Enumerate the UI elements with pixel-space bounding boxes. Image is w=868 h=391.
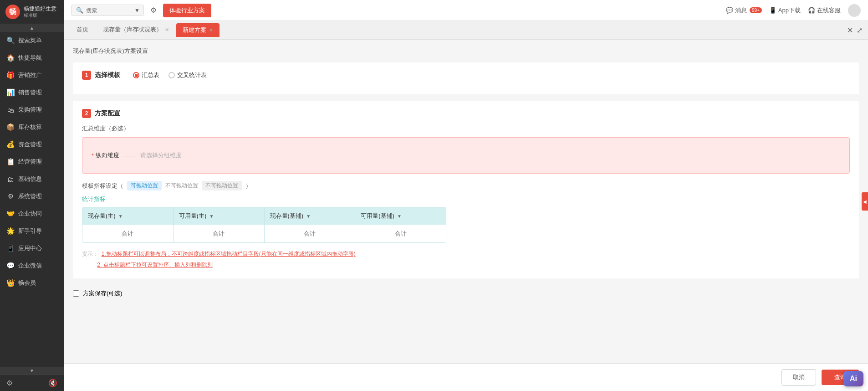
handshake-icon: 🤝: [6, 210, 15, 218]
folder-icon: 🗂: [6, 175, 15, 183]
sidebar-item-member[interactable]: 👑 畅会员: [0, 274, 64, 292]
sidebar-item-label: 经营管理: [18, 158, 42, 166]
sidebar-item-enterprise[interactable]: 🤝 企业协同: [0, 205, 64, 222]
app-download-button[interactable]: 📱 App下载: [769, 6, 801, 15]
tip-2: 2. 点击标题栏下拉可设置排序、插入列和删除列: [82, 259, 850, 270]
ai-fab-button[interactable]: Ai: [843, 371, 863, 386]
header-chevron-1[interactable]: ▼: [118, 214, 123, 219]
sidebar-item-search[interactable]: 🔍 搜索菜单: [0, 32, 64, 49]
sidebar-item-stock[interactable]: 📦 库存核算: [0, 118, 64, 136]
trial-industry-button[interactable]: 体验行业方案: [163, 4, 211, 17]
tip2-link[interactable]: 和删除列: [191, 262, 213, 268]
sidebar-item-label: 基础信息: [18, 175, 42, 183]
table-header-cell-1[interactable]: 现存量(主) ▼: [82, 207, 174, 225]
sidebar-item-newguide[interactable]: 🌟 新手引导: [0, 222, 64, 240]
sidebar-item-operations[interactable]: 📋 经营管理: [0, 153, 64, 170]
sidebar-logo: 畅 畅捷通好生意 标准版: [0, 0, 64, 24]
sidebar-item-basic[interactable]: 🗂 基础信息: [0, 170, 64, 188]
window-close-button[interactable]: ✕: [847, 26, 853, 35]
volume-icon[interactable]: 🔇: [48, 379, 57, 387]
shopping-icon: 🛍: [6, 106, 15, 114]
dimension-separator: ——: [124, 152, 136, 159]
radio-cross-label: 交叉统计表: [177, 71, 207, 79]
box-icon: 📦: [6, 123, 15, 131]
radio-summary-circle: [133, 72, 139, 78]
user-avatar[interactable]: [848, 4, 861, 17]
header-label-4: 可用量(基辅): [361, 212, 394, 220]
tabs-bar: 首页 现存量（库存状况表） ✕ 新建方案 ✕ ✕ ⤢: [64, 21, 868, 40]
header-chevron-3[interactable]: ▼: [306, 214, 311, 219]
tab-inventory[interactable]: 现存量（库存状况表） ✕: [96, 21, 176, 39]
chart-icon: 📊: [6, 88, 15, 97]
cancel-button[interactable]: 取消: [781, 369, 816, 386]
sidebar-item-shortcut[interactable]: 🏠 快捷导航: [0, 49, 64, 67]
save-checkbox[interactable]: [73, 290, 79, 297]
radio-summary[interactable]: 汇总表: [133, 71, 159, 79]
settings-gear-icon[interactable]: ⚙: [150, 6, 157, 15]
sidebar-item-label: 销售管理: [18, 88, 42, 97]
sidebar-scroll-up[interactable]: ▲: [0, 24, 64, 32]
search-dropdown-icon[interactable]: ▼: [134, 7, 140, 14]
tab-newplan[interactable]: 新建方案 ✕: [176, 23, 220, 37]
dimension-box[interactable]: * 纵向维度 —— 请选择分组维度: [82, 137, 850, 174]
topbar-right: 💬 消息 99+ 📱 App下载 🎧 在线客服: [726, 4, 861, 17]
sidebar-item-purchase[interactable]: 🛍 采购管理: [0, 101, 64, 118]
search-input[interactable]: [86, 7, 132, 14]
tips-box: 提示： 1.拖动标题栏可以调整布局，不可跨维度或指标区域拖动栏目字段(只能在同一…: [82, 248, 850, 270]
table-cell-3: 合计: [265, 225, 356, 242]
sidebar-item-appcenter[interactable]: 📱 应用中心: [0, 240, 64, 257]
sidebar-scroll-down[interactable]: ▼: [0, 367, 64, 375]
header-chevron-2[interactable]: ▼: [209, 214, 214, 219]
side-expand-button[interactable]: ◀: [862, 192, 868, 211]
sidebar-item-label: 资金管理: [18, 140, 42, 149]
tab-home-label: 首页: [77, 26, 88, 34]
tab-home[interactable]: 首页: [69, 21, 96, 39]
table-header-cell-4[interactable]: 可用量(基辅) ▼: [355, 207, 446, 225]
table-header-cell-3[interactable]: 现存量(基辅) ▼: [265, 207, 356, 225]
money-icon: 💰: [6, 140, 15, 149]
settings-icon[interactable]: ⚙: [6, 379, 13, 387]
sidebar-bottom: ⚙ 🔇: [0, 375, 64, 391]
step2-card: 2 方案配置 汇总维度（必选） * 纵向维度 —— 请选择分组维度 模板指标设定…: [73, 101, 859, 278]
search-box[interactable]: 🔍 ▼: [71, 5, 144, 16]
sidebar-item-label: 库存核算: [18, 123, 42, 131]
sidebar-item-finance[interactable]: 💰 资金管理: [0, 136, 64, 153]
tab-newplan-close-icon[interactable]: ✕: [209, 27, 213, 33]
app-name: 畅捷通好生意: [24, 5, 56, 13]
sidebar-item-marketing[interactable]: 🎁 营销推广: [0, 67, 64, 84]
table-header-cell-2[interactable]: 可用量(主) ▼: [174, 207, 265, 225]
sidebar-item-label: 采购管理: [18, 106, 42, 114]
header-label-3: 现存量(基辅): [270, 212, 304, 220]
indicator-table: 现存量(主) ▼ 可用量(主) ▼ 现存量(基辅) ▼ 可用量(基辅) ▼: [82, 207, 446, 243]
step1-header: 1 选择模板 汇总表 交叉统计表: [82, 71, 850, 80]
online-service-button[interactable]: 🎧 在线客服: [808, 6, 841, 15]
table-cell-1: 合计: [82, 225, 174, 242]
tip2-text: 2. 点击标题栏下拉可设置排序、插入列: [97, 262, 190, 268]
search-icon: 🔍: [6, 36, 15, 45]
sidebar-item-wechat[interactable]: 💬 企业微信: [0, 257, 64, 274]
indicator-settings-label: 模板指标设定（ 可拖动位置 不可拖动位置 不可拖动位置 ）: [82, 181, 850, 190]
footer: 取消 查询: [64, 363, 868, 391]
table-cell-2: 合计: [174, 225, 265, 242]
service-icon: 🎧: [808, 7, 815, 14]
sidebar-item-label: 企业协同: [18, 210, 42, 218]
radio-cross[interactable]: 交叉统计表: [168, 71, 207, 79]
step2-title: 方案配置: [95, 109, 120, 118]
sidebar-item-label: 新手引导: [18, 227, 42, 235]
search-icon: 🔍: [76, 7, 83, 14]
tag-fixed: 不可拖动位置: [202, 181, 242, 190]
window-expand-button[interactable]: ⤢: [857, 26, 863, 35]
header-chevron-4[interactable]: ▼: [397, 214, 402, 219]
phone-icon: 📱: [6, 244, 15, 252]
sidebar-item-sales[interactable]: 📊 销售管理: [0, 84, 64, 101]
tab-inventory-close-icon[interactable]: ✕: [165, 27, 169, 33]
page-content: 现存量(库存状况表)方案设置 1 选择模板 汇总表 交叉统计表: [64, 40, 868, 363]
sidebar-item-system[interactable]: ⚙ 系统管理: [0, 188, 64, 205]
step1-title: 选择模板: [95, 71, 120, 79]
step2-header: 2 方案配置: [82, 109, 850, 118]
star-icon: 🌟: [6, 227, 15, 235]
main-area: 🔍 ▼ ⚙ 体验行业方案 💬 消息 99+ 📱 App下载 🎧 在线客服: [64, 0, 868, 391]
template-radio-group: 汇总表 交叉统计表: [133, 71, 207, 79]
message-button[interactable]: 💬 消息 99+: [726, 6, 762, 15]
sidebar-item-label: 搜索菜单: [18, 36, 42, 45]
